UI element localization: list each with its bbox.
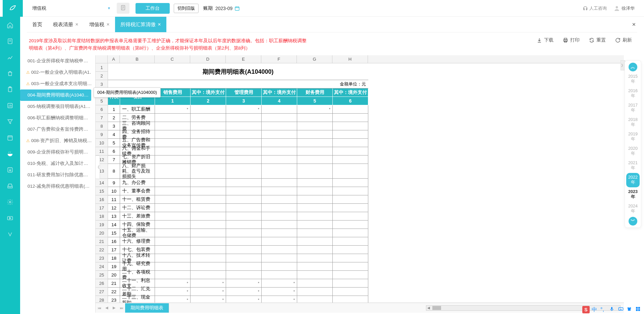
tab-首页[interactable]: 首页 [27,17,48,33]
data-cell[interactable] [262,114,297,122]
data-cell[interactable] [226,212,262,220]
data-cell[interactable]: * [191,279,226,287]
data-cell[interactable] [333,246,368,254]
data-cell[interactable] [297,229,333,237]
data-cell[interactable] [333,279,368,287]
data-cell[interactable] [191,195,226,203]
data-cell[interactable] [262,262,297,270]
row-header[interactable]: 16 [96,195,108,204]
chart-icon[interactable] [6,53,14,62]
data-cell[interactable] [155,155,191,164]
year-button[interactable]: 2023年 [626,187,640,202]
data-cell[interactable] [191,105,226,113]
data-cell[interactable] [262,254,297,262]
form-list-item[interactable]: 004-期间费用明细表(A1040… [20,89,91,101]
spreadsheet[interactable]: A B C D E F G H 123456789101112131415161… [96,55,624,303]
year-button[interactable]: 2021年 [626,159,640,173]
data-cell[interactable]: * [155,105,191,113]
form-list-item[interactable]: 006-职工薪酬纳税调整明细… [20,112,91,124]
data-cell[interactable] [297,204,333,212]
data-cell[interactable] [333,122,368,130]
data-cell[interactable] [262,130,297,138]
data-cell[interactable]: * [191,296,226,303]
data-cell[interactable] [333,195,368,203]
data-cell[interactable] [262,246,297,254]
data-cell[interactable] [226,195,262,203]
data-cell[interactable]: * [155,296,191,303]
data-cell[interactable] [297,271,333,279]
year-button[interactable]: 2022年 [626,173,640,187]
row-header[interactable]: 15 [96,187,108,195]
data-cell[interactable] [262,139,297,147]
tab-所得税汇算清缴[interactable]: 所得税汇算清缴✕ [115,17,166,33]
sheet-nav-prev[interactable]: ◀ [103,306,110,310]
data-cell[interactable] [155,229,191,237]
data-cell[interactable] [226,147,262,155]
col-C[interactable]: C [155,55,190,63]
col-G[interactable]: G [297,55,332,63]
data-cell[interactable] [155,195,191,203]
row-header[interactable]: 22 [96,246,108,254]
data-cell[interactable] [333,187,368,195]
data-cell[interactable] [226,221,262,229]
data-cell[interactable] [297,212,333,220]
v-icon[interactable] [6,230,14,239]
ime-shirt-icon[interactable] [627,306,633,313]
col-D[interactable]: D [190,55,226,63]
data-cell[interactable] [333,164,368,178]
year-scroll-up[interactable]: ︽ [629,63,637,71]
year-button[interactable]: 2018年 [626,115,640,130]
data-cell[interactable] [226,122,262,130]
data-cell[interactable] [297,254,333,262]
data-cell[interactable] [155,254,191,262]
data-cell[interactable] [333,212,368,220]
data-cell[interactable] [297,262,333,270]
data-cell[interactable] [191,155,226,164]
ime-punct-icon[interactable]: °, [600,307,607,313]
h-scrollbar-left[interactable]: ◀ [426,306,431,310]
row-header[interactable]: 9 [96,130,108,139]
close-icon[interactable]: ✕ [75,22,78,27]
data-cell[interactable] [297,288,333,296]
data-cell[interactable] [155,164,191,178]
data-cell[interactable] [155,114,191,122]
data-cell[interactable] [262,237,297,245]
data-cell[interactable] [191,246,226,254]
data-cell[interactable] [226,254,262,262]
data-cell[interactable] [262,155,297,164]
data-cell[interactable] [155,262,191,270]
data-cell[interactable] [155,237,191,245]
data-cell[interactable] [226,262,262,270]
data-cell[interactable] [226,130,262,138]
data-cell[interactable] [333,130,368,138]
year-button[interactable]: 2020年 [626,144,640,159]
clipboard-icon[interactable] [6,85,14,94]
data-cell[interactable] [155,122,191,130]
data-cell[interactable] [191,114,226,122]
data-cell[interactable] [333,254,368,262]
data-cell[interactable] [226,139,262,147]
row-header[interactable]: 11 [96,147,108,155]
sheet-nav-first[interactable]: ⏮ [96,306,103,310]
data-cell[interactable] [226,164,262,178]
data-cell[interactable] [333,105,368,113]
data-cell[interactable] [191,147,226,155]
data-cell[interactable] [262,204,297,212]
data-cell[interactable] [297,237,333,245]
data-cell[interactable]: * [297,105,333,113]
doc-icon-button[interactable] [117,3,129,14]
form-list-item[interactable]: 001-企业所得税年度纳税申… [20,55,91,67]
data-cell[interactable] [191,187,226,195]
data-cell[interactable] [262,147,297,155]
form-list-item[interactable]: 005-纳税调整项目明细表(A1… [20,101,91,112]
data-cell[interactable] [262,179,297,187]
filter-icon[interactable] [6,117,14,126]
tab-税表清册[interactable]: 税表清册✕ [48,17,84,33]
data-cell[interactable]: * [226,288,262,296]
workbench-button[interactable]: 工作台 [136,3,170,14]
data-cell[interactable] [262,212,297,220]
form-list-item[interactable]: ⚠002-一般企业收入明细表(A1… [20,67,91,78]
data-cell[interactable] [226,204,262,212]
row-header[interactable]: 26 [96,279,108,288]
form-list-item[interactable]: 011-研发费用加计扣除优惠… [20,169,91,181]
